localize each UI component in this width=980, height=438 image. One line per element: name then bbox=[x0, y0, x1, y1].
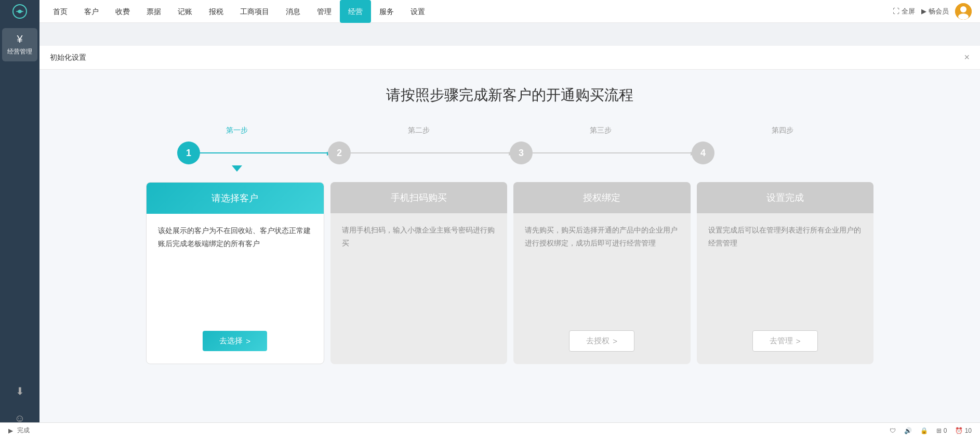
step-1-arrow bbox=[200, 152, 328, 153]
page-title: 初始化设置 bbox=[50, 53, 86, 62]
fullscreen-btn[interactable]: ⛶ 全屏 bbox=[893, 7, 915, 16]
card-4-footer: 去管理 > bbox=[697, 322, 874, 364]
card-1-footer: 去选择 > bbox=[147, 323, 324, 364]
card-2-footer bbox=[330, 343, 508, 364]
step-4-btn-label: 去管理 bbox=[770, 336, 793, 346]
nav-operation[interactable]: 经营 bbox=[340, 0, 371, 23]
card-2-header: 手机扫码购买 bbox=[330, 182, 508, 213]
nav-tax[interactable]: 报税 bbox=[201, 0, 232, 23]
step-3-label: 第三步 bbox=[590, 126, 612, 135]
step-card-3: 授权绑定 请先购买，购买后选择开通的产品中的企业用户进行授权绑定，成功后即可进行… bbox=[513, 182, 691, 364]
nav-home[interactable]: 首页 bbox=[45, 0, 76, 23]
nav-business[interactable]: 工商项目 bbox=[232, 0, 277, 23]
nav-setting[interactable]: 设置 bbox=[402, 0, 433, 23]
status-bar-right: 🛡 🔊 🔒 ⊞ 0 ⏰ 10 bbox=[890, 427, 972, 434]
svg-point-4 bbox=[958, 14, 969, 20]
svg-point-3 bbox=[960, 6, 966, 12]
logo[interactable] bbox=[0, 0, 39, 23]
step-3-btn-label: 去授权 bbox=[586, 336, 610, 346]
step-3-button: 去授权 > bbox=[569, 330, 634, 352]
step-2-wrapper: 第二步 2 bbox=[328, 126, 510, 172]
step-2-arrow bbox=[351, 152, 510, 153]
card-1-body: 该处展示的客户为不在回收站、客户状态正常建账后完成老板端绑定的所有客户 bbox=[147, 214, 324, 323]
step-1-btn-arrow: > bbox=[246, 337, 250, 345]
nav-customer[interactable]: 客户 bbox=[76, 0, 107, 23]
main-title: 请按照步骤完成新客户的开通购买流程 bbox=[386, 85, 633, 105]
step-4-label: 第四步 bbox=[772, 126, 793, 135]
operation-icon: ¥ bbox=[17, 33, 22, 45]
close-button[interactable]: × bbox=[964, 52, 970, 63]
step-4-wrapper: 第四步 4 bbox=[692, 126, 873, 172]
card-2-body: 请用手机扫码，输入小微企业主账号密码进行购买 bbox=[330, 213, 508, 343]
card-3-header: 授权绑定 bbox=[513, 182, 691, 213]
nav-bill[interactable]: 票据 bbox=[138, 0, 169, 23]
sidebar: ¥ 经营管理 ⬇ ☺ bbox=[0, 23, 39, 438]
vip-icon: ▶ bbox=[921, 7, 926, 15]
step-2-circle: 2 bbox=[328, 141, 351, 164]
status-volume: 🔊 bbox=[904, 427, 912, 434]
step-4-circle: 4 bbox=[692, 141, 714, 164]
step-card-4: 设置完成 设置完成后可以在管理列表进行所有企业用户的经营管理 去管理 > bbox=[697, 182, 874, 364]
status-lock: 🔒 bbox=[920, 427, 928, 434]
avatar[interactable] bbox=[955, 3, 972, 20]
download-icon: ⬇ bbox=[16, 385, 24, 397]
fullscreen-label: 全屏 bbox=[902, 7, 915, 16]
status-shield: 🛡 bbox=[890, 427, 896, 434]
nav-service[interactable]: 服务 bbox=[371, 0, 402, 23]
step-1-button[interactable]: 去选择 > bbox=[203, 331, 267, 351]
status-grid: ⊞ 0 bbox=[936, 427, 947, 434]
nav-message[interactable]: 消息 bbox=[277, 0, 309, 23]
step-1-indicator bbox=[232, 165, 242, 172]
fullscreen-icon: ⛶ bbox=[893, 7, 899, 15]
vip-btn[interactable]: ▶ 畅会员 bbox=[921, 7, 949, 16]
nav-right: ⛶ 全屏 ▶ 畅会员 bbox=[893, 3, 972, 20]
status-bar: ▶ 完成 🛡 🔊 🔒 ⊞ 0 ⏰ 10 bbox=[0, 422, 980, 438]
card-4-header: 设置完成 bbox=[697, 182, 874, 213]
vip-label: 畅会员 bbox=[929, 7, 949, 16]
nav-manage[interactable]: 管理 bbox=[309, 0, 340, 23]
step-3-wrapper: 第三步 3 bbox=[510, 126, 692, 172]
status-time: ⏰ 10 bbox=[955, 427, 972, 434]
step-card-2: 手机扫码购买 请用手机扫码，输入小微企业主账号密码进行购买 bbox=[330, 182, 508, 364]
step-1-circle: 1 bbox=[177, 141, 200, 164]
step-2-label: 第二步 bbox=[408, 126, 430, 135]
step-3-arrow bbox=[533, 152, 692, 153]
sidebar-item-label: 经营管理 bbox=[7, 47, 32, 56]
nav-account[interactable]: 记账 bbox=[169, 0, 201, 23]
status-text: 完成 bbox=[17, 426, 30, 435]
sidebar-download[interactable]: ⬇ bbox=[8, 380, 31, 403]
top-nav: 首页 客户 收费 票据 记账 报税 工商项目 消息 管理 经营 服务 设置 ⛶ … bbox=[0, 0, 980, 23]
card-1-header: 请选择客户 bbox=[147, 183, 324, 214]
card-4-body: 设置完成后可以在管理列表进行所有企业用户的经营管理 bbox=[697, 213, 874, 322]
nav-fee[interactable]: 收费 bbox=[107, 0, 138, 23]
content-area: 请按照步骤完成新客户的开通购买流程 第一步 1 第二步 2 bbox=[39, 70, 980, 438]
step-1-wrapper: 第一步 1 bbox=[146, 126, 328, 172]
card-3-footer: 去授权 > bbox=[513, 322, 691, 364]
step-4-button: 去管理 > bbox=[752, 330, 818, 352]
steps-container: 第一步 1 第二步 2 第三步 bbox=[146, 126, 873, 172]
cards-row: 请选择客户 该处展示的客户为不在回收站、客户状态正常建账后完成老板端绑定的所有客… bbox=[146, 182, 873, 364]
step-card-1: 请选择客户 该处展示的客户为不在回收站、客户状态正常建账后完成老板端绑定的所有客… bbox=[146, 182, 324, 364]
main-area: 初始化设置 × 请按照步骤完成新客户的开通购买流程 第一步 1 第二步 2 bbox=[39, 46, 980, 438]
step-1-btn-label: 去选择 bbox=[219, 336, 243, 346]
card-3-body: 请先购买，购买后选择开通的产品中的企业用户进行授权绑定，成功后即可进行经营管理 bbox=[513, 213, 691, 322]
step-1-label: 第一步 bbox=[226, 126, 248, 135]
nav-items: 首页 客户 收费 票据 记账 报税 工商项目 消息 管理 经营 服务 设置 bbox=[45, 0, 893, 22]
step-4-btn-arrow: > bbox=[796, 337, 801, 345]
play-icon: ▶ bbox=[8, 427, 13, 434]
step-3-btn-arrow: > bbox=[613, 337, 617, 345]
step-3-circle: 3 bbox=[510, 141, 533, 164]
page-header: 初始化设置 × bbox=[39, 46, 980, 70]
sidebar-item-operation[interactable]: ¥ 经营管理 bbox=[2, 28, 37, 61]
